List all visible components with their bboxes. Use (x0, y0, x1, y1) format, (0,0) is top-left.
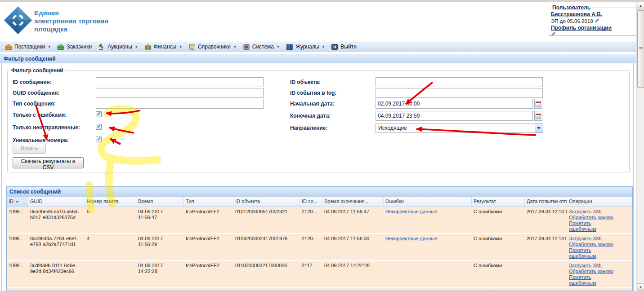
cell-id_so: 2120... (300, 234, 322, 260)
calendar-icon (536, 113, 541, 119)
operation-link[interactable]: Пометить ошибочным (569, 220, 614, 232)
cell-object_id: 0101200009517002321 (233, 207, 300, 233)
cell-errors: Некорректные данные (384, 288, 472, 291)
cell-end_time: 04.09.2017 14:22:28 (322, 261, 384, 287)
operation-link[interactable]: Пометить ошибочным (569, 247, 614, 259)
start-date-input[interactable] (376, 99, 533, 109)
unique-numbers-label: Уникальные номера: (13, 137, 69, 143)
cell-guid: 8ac9644a-7264-e6ef-e768-a2b2a77471d1 (28, 234, 85, 260)
start-date-label: Начальная дата: (290, 101, 335, 107)
cell-time: 04.09.2017 (136, 288, 184, 291)
log-event-id-label: ID события в log: (290, 90, 336, 96)
only-unsent-checkbox[interactable] (96, 124, 102, 130)
column-header-errors[interactable]: Ошибки (384, 197, 472, 207)
error-details-link[interactable]: Некорректные данные (385, 236, 437, 241)
column-header-label: Тип (186, 198, 194, 204)
scrollbar-thumb[interactable] (637, 10, 644, 88)
column-header-time[interactable]: Время (136, 197, 184, 207)
direction-select[interactable]: Исходящие (376, 123, 543, 133)
calendar-icon (536, 101, 541, 107)
grid-body: 1098...dea0bed6-ea10-a56d-b2c7-e831d3260… (7, 207, 632, 291)
cell-id: 1098... (7, 261, 28, 287)
column-header-end_time[interactable]: Время окончания... (322, 197, 384, 207)
column-header-id[interactable]: ID (7, 197, 28, 207)
table-row: 1098...3cdfda9b-8111-6d6e-9e2d-8d34f423e… (7, 261, 632, 288)
column-header-label: Время окончания... (324, 198, 369, 204)
column-header-label: ID объекта (235, 198, 260, 204)
cell-errors (384, 261, 472, 287)
cell-guid: 98cd378b-8805-08-7... (28, 288, 85, 291)
column-header-type[interactable]: Тип (184, 197, 233, 207)
log-event-id-input[interactable] (376, 88, 543, 98)
only-errors-label: Только с ошибками: (13, 112, 67, 118)
vertical-scrollbar[interactable]: ▲ ▼ (636, 2, 644, 291)
cell-id_so: 2117... (300, 261, 322, 287)
cell-id: 1098... (7, 288, 28, 291)
cell-time: 04.09.2017 14:22:28 (136, 261, 184, 287)
column-header-attempt_date[interactable]: Дата попытки отп... (525, 197, 567, 207)
cell-type: fcsProtocolEF2 (184, 234, 233, 260)
message-type-input[interactable] (96, 99, 264, 109)
cell-attempt_date: 2017-09-04 12:14:10 (525, 207, 567, 233)
cell-result: С ошибками (472, 234, 525, 260)
direction-label: Направление: (290, 125, 327, 131)
error-details-link[interactable]: Некорректные данные (385, 209, 437, 214)
cell-operations: Загрузить XMLОбработать зановоПометить о… (567, 234, 632, 260)
scroll-down-button[interactable]: ▼ (637, 283, 644, 291)
end-date-label: Конечная дата: (290, 113, 331, 119)
download-csv-button[interactable]: Скачать результаты в CSV (13, 157, 84, 168)
cell-time: 04.09.2017 11:56:47 (136, 207, 184, 233)
cell-attempt_date (525, 261, 567, 287)
operation-link[interactable]: Загрузить XML (569, 263, 614, 269)
cell-end_time: 04.09.2017 11:56:30 (322, 234, 384, 260)
column-header-label: Ошибки (385, 198, 404, 204)
operation-link[interactable]: Обработать заново (569, 242, 614, 247)
cell-type: fcsProtocolEF2 (184, 207, 233, 233)
column-header-label: Время (138, 198, 153, 204)
cell-result: С ошибками (472, 207, 525, 233)
unique-numbers-checkbox[interactable] (96, 137, 102, 142)
cell-attempt_date: 2017-09-04 12:14:09 (525, 234, 567, 260)
message-id-label: ID сообщения: (13, 79, 52, 85)
only-unsent-label: Только неотправленные: (13, 124, 80, 131)
column-header-label: ID (9, 198, 13, 204)
cell-guid: dea0bed6-ea10-a56d-b2c7-e831d326075d (28, 207, 85, 233)
column-header-label: GUID (30, 198, 43, 204)
column-header-id_so[interactable]: ID со... (300, 197, 322, 207)
column-header-packet[interactable]: Номер пакета (85, 197, 136, 207)
cell-result: С ошибками (472, 261, 525, 287)
operation-link[interactable]: Загрузить XML (569, 236, 614, 242)
cell-id_so: 2082... (300, 288, 322, 291)
column-header-result[interactable]: Результат (472, 197, 525, 207)
object-id-input[interactable] (376, 77, 543, 87)
cell-type: fcsProtocolSi... (184, 288, 233, 291)
operation-link[interactable]: Загрузить XML (569, 209, 614, 215)
cell-packet: 4 (85, 234, 136, 260)
cell-packet: 5 (85, 207, 136, 233)
column-header-label: Результат (474, 198, 496, 204)
cell-end_time: 04.09.2017 20:54:48 (322, 288, 384, 291)
table-row: 1098...8ac9644a-7264-e6ef-e768-a2b2a7747… (7, 234, 632, 261)
end-date-input[interactable] (376, 111, 533, 121)
operation-link[interactable]: Обработать заново (569, 215, 614, 220)
message-id-input[interactable] (96, 77, 264, 87)
cell-operations: Загрузить XMLОбработать зановоПометить о… (567, 288, 632, 291)
calendar-button[interactable] (534, 99, 542, 109)
search-button[interactable]: Искать (13, 143, 46, 154)
messages-grid-panel: Список сообщений IDGUIDНомер пакетаВремя… (6, 186, 633, 291)
column-header-operations[interactable]: Операции (567, 197, 632, 207)
chevron-down-icon[interactable] (535, 123, 543, 132)
message-guid-input[interactable] (96, 88, 264, 98)
column-header-label: Номер пакета (87, 198, 119, 204)
scroll-up-button[interactable]: ▲ (637, 2, 644, 9)
only-errors-checkbox[interactable] (96, 111, 102, 117)
operation-link[interactable]: Обработать заново (569, 269, 614, 274)
cell-type: fcsProtocolEF2 (184, 261, 233, 287)
operation-link[interactable]: Пометить ошибочным (569, 274, 614, 286)
calendar-button[interactable] (534, 111, 542, 121)
cell-end_time: 04.09.2017 11:56:47 (322, 207, 384, 233)
cell-time: 04.09.2017 11:56:29 (136, 234, 184, 260)
column-header-object_id[interactable]: ID объекта (233, 197, 300, 207)
column-header-guid[interactable]: GUID (28, 197, 85, 207)
cell-id_so: 2120... (300, 207, 322, 233)
